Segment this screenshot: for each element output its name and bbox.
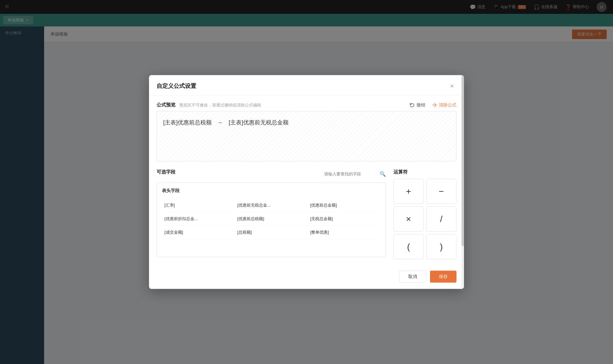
search-icon: 🔍 (380, 171, 386, 177)
fields-section-title: 可选字段 (157, 169, 175, 175)
field-item-youhui-wushui[interactable]: [优惠前无税总金... (235, 199, 307, 212)
operators-grid: + − × / ( ) (393, 179, 456, 259)
formula-preview-hint: 预览区不可修改，请通过撤销或清除公式编辑 (179, 102, 261, 108)
formula-preview-header: 公式预览 预览区不可修改，请通过撤销或清除公式编辑 撤销 (157, 102, 456, 108)
clear-formula-button[interactable]: 清除公式 (432, 102, 456, 108)
undo-button[interactable]: 撤销 (409, 102, 425, 108)
clear-icon (432, 102, 437, 108)
modal-title: 自定义公式设置 (157, 82, 196, 90)
cancel-button[interactable]: 取消 (399, 271, 426, 283)
undo-icon (409, 102, 415, 108)
operator-divide-button[interactable]: / (426, 207, 456, 232)
field-item-youhui-zhekou[interactable]: [优惠前折扣总金... (162, 212, 235, 226)
field-item-huilvv[interactable]: [汇率] (162, 199, 235, 212)
formula-display-wrapper: [主表]优惠前总税额 － [主表]优惠前无税总金额 (157, 111, 456, 162)
formula-field-2: [主表]优惠前无税总金额 (229, 119, 289, 126)
search-box: 🔍 (324, 171, 386, 177)
field-item-chengjiao[interactable]: [成交金额] (162, 226, 235, 239)
formula-bottom-section: 可选字段 🔍 表头字段 [汇率] [优惠前无税总金... [优惠前总金额] [ (157, 169, 456, 259)
operator-plus-button[interactable]: + (393, 179, 424, 204)
formula-operator-minus: － (217, 118, 224, 127)
formula-field-1: [主表]优惠前总税额 (163, 119, 212, 126)
field-item-youhui-zongshuie[interactable]: [优惠前总税额] (235, 212, 307, 226)
operator-right-paren-button[interactable]: ) (426, 234, 456, 259)
field-item-zhengdan-youhui[interactable]: [整单优惠] (308, 226, 381, 239)
fields-group-title: 表头字段 (162, 188, 381, 194)
field-item-youhui-zong[interactable]: [优惠前总金额] (308, 199, 381, 212)
fields-section: 可选字段 🔍 表头字段 [汇率] [优惠前无税总金... [优惠前总金额] [ (157, 169, 386, 259)
field-item-wushui-zong[interactable]: [无税总金额] (308, 212, 381, 226)
formula-preview-label: 公式预览 (157, 102, 175, 108)
formula-display: [主表]优惠前总税额 － [主表]优惠前无税总金额 (157, 111, 456, 162)
formula-preview-left: 公式预览 预览区不可修改，请通过撤销或清除公式编辑 (157, 102, 261, 108)
field-item-more2[interactable] (235, 239, 307, 252)
modal-header: 自定义公式设置 × (149, 75, 464, 96)
fields-header: 可选字段 🔍 (157, 169, 386, 179)
formula-text: [主表]优惠前总税额 － [主表]优惠前无税总金额 (163, 118, 450, 127)
search-input[interactable] (324, 172, 377, 176)
formula-settings-modal: 自定义公式设置 × 公式预览 预览区不可修改，请通过撤销或清除公式编辑 (149, 75, 464, 289)
fields-grid: [汇率] [优惠前无税总金... [优惠前总金额] [优惠前折扣总金... [优… (162, 199, 381, 252)
modal-footer: 取消 保存 (149, 266, 464, 289)
save-button[interactable]: 保存 (430, 271, 456, 283)
modal-body: 公式预览 预览区不可修改，请通过撤销或清除公式编辑 撤销 (149, 96, 464, 266)
formula-preview-section: 公式预览 预览区不可修改，请通过撤销或清除公式编辑 撤销 (157, 102, 456, 162)
modal-close-button[interactable]: × (448, 82, 456, 90)
operator-multiply-button[interactable]: × (393, 207, 424, 232)
modal-scrollbar[interactable] (461, 75, 464, 289)
operator-left-paren-button[interactable]: ( (393, 234, 424, 259)
operators-section: 运算符 + − × / ( ) (393, 169, 456, 259)
field-item-more1[interactable] (162, 239, 235, 252)
field-item-more3[interactable] (308, 239, 381, 252)
operator-minus-button[interactable]: − (426, 179, 456, 204)
fields-container: 表头字段 [汇率] [优惠前无税总金... [优惠前总金额] [优惠前折扣总金.… (157, 183, 386, 257)
field-item-zong-shuie[interactable]: [总税额] (235, 226, 307, 239)
formula-preview-actions: 撤销 清除公式 (409, 102, 456, 108)
modal-scrollbar-thumb (461, 75, 464, 246)
operators-section-title: 运算符 (393, 169, 456, 175)
fields-inner: 表头字段 [汇率] [优惠前无税总金... [优惠前总金额] [优惠前折扣总金.… (157, 183, 386, 257)
